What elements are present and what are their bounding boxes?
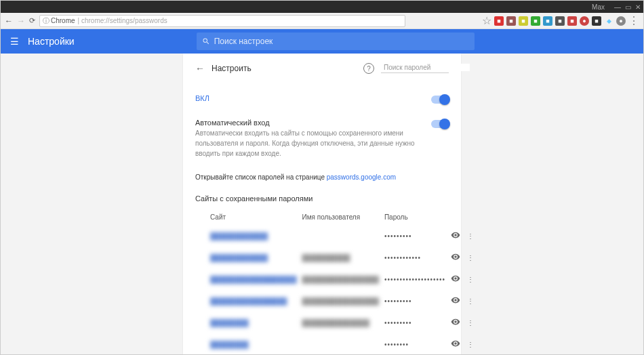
site-cell[interactable]: ████████████ xyxy=(210,254,268,262)
menu-icon[interactable]: ⋮ xyxy=(628,14,639,27)
user-cell: ████████████████ xyxy=(302,297,379,305)
extension-icon[interactable]: ■ xyxy=(555,16,565,26)
more-icon[interactable]: ⋮ xyxy=(467,254,474,262)
password-cell: •••••••• xyxy=(384,341,409,348)
extension-icon[interactable]: ■ xyxy=(506,16,516,26)
window-titlebar: ⚙ Настройки × Max — ▭ ✕ xyxy=(1,1,643,13)
toggle-on-label: ВКЛ xyxy=(195,94,431,102)
search-icon xyxy=(202,37,210,45)
site-cell[interactable]: ████████ xyxy=(210,319,249,327)
password-cell: •••••••••••• xyxy=(384,254,421,262)
site-cell[interactable]: ████████ xyxy=(210,341,249,348)
auto-login-title: Автоматический вход xyxy=(195,119,431,127)
table-row: ██████████████████████████████████••••••… xyxy=(195,268,477,290)
url-path: settings/passwords xyxy=(110,17,167,24)
more-icon[interactable]: ⋮ xyxy=(467,232,474,240)
show-password-icon[interactable] xyxy=(451,274,460,285)
user-cell: ██████████ xyxy=(302,254,350,262)
password-cell: ••••••••• xyxy=(384,232,412,240)
address-bar: ← → ⟳ ⓘ Chrome | chrome://settings/passw… xyxy=(1,13,643,29)
passwords-google-link[interactable]: passwords.google.com xyxy=(327,173,396,181)
password-search[interactable] xyxy=(381,64,449,73)
show-password-icon[interactable] xyxy=(451,317,460,328)
show-password-icon[interactable] xyxy=(451,230,460,241)
auto-login-row: Автоматический вход Автоматически входит… xyxy=(195,114,449,163)
extension-icon[interactable]: ● xyxy=(580,16,589,26)
url-prefix: chrome:// xyxy=(81,17,110,24)
star-icon[interactable]: ☆ xyxy=(482,14,491,27)
settings-search[interactable] xyxy=(197,33,475,50)
user-cell: ████████████████ xyxy=(302,276,379,283)
url-input[interactable]: ⓘ Chrome | chrome://settings/passwords xyxy=(39,15,405,27)
settings-card: ← Настроить ? ВКЛ Автоматический вход Ав… xyxy=(183,54,461,355)
col-site: Сайт xyxy=(195,209,300,225)
extension-icon[interactable]: ■ xyxy=(543,16,552,26)
table-row: ██████████████████████••••••••••••⋮ xyxy=(195,247,477,268)
auto-login-toggle[interactable] xyxy=(431,120,449,128)
help-icon[interactable]: ? xyxy=(363,63,374,74)
show-password-icon[interactable] xyxy=(451,295,460,306)
extension-icon[interactable]: ■ xyxy=(494,16,504,26)
back-icon[interactable]: ← xyxy=(5,16,13,26)
extension-icon[interactable]: ■ xyxy=(567,16,577,26)
password-cell: ••••••••• xyxy=(384,297,412,305)
show-password-icon[interactable] xyxy=(451,339,460,350)
card-title: Настроить xyxy=(212,64,251,73)
table-row: ██████████████████████•••••••••⋮ xyxy=(195,312,477,333)
extension-icon[interactable]: ■ xyxy=(531,16,540,26)
back-arrow-icon[interactable]: ← xyxy=(195,63,205,74)
table-row: ████████••••••••⋮ xyxy=(195,333,477,355)
app-toolbar: ☰ Настройки xyxy=(1,29,643,54)
password-cell: •••••••••••••••••••• xyxy=(384,276,445,283)
site-cell[interactable]: ████████████ xyxy=(210,232,268,240)
show-password-icon[interactable] xyxy=(451,252,460,263)
extension-icon[interactable]: ● xyxy=(616,16,626,26)
user-cell: ██████████████ xyxy=(302,319,369,327)
toggle-on-row: ВКЛ xyxy=(195,90,449,108)
extension-icon[interactable]: ◆ xyxy=(604,16,613,26)
page-body: ← Настроить ? ВКЛ Автоматический вход Ав… xyxy=(1,54,643,355)
page-title: Настройки xyxy=(28,36,75,47)
extension-icon[interactable]: ■ xyxy=(592,16,601,26)
col-user: Имя пользователя xyxy=(300,209,382,225)
hamburger-icon[interactable]: ☰ xyxy=(1,36,28,47)
col-pwd: Пароль xyxy=(382,209,448,225)
password-cell: ••••••••• xyxy=(384,319,412,327)
more-icon[interactable]: ⋮ xyxy=(467,341,474,348)
minimize-icon[interactable]: — xyxy=(614,3,621,11)
passwords-link-text: Открывайте список паролей на странице pa… xyxy=(195,173,449,181)
maximize-icon[interactable]: ▭ xyxy=(625,3,631,11)
extensions-area: ☆ ■ ■ ■ ■ ■ ■ ■ ● ■ ◆ ● ⋮ xyxy=(482,14,639,27)
passwords-table: Сайт Имя пользователя Пароль ███████████… xyxy=(195,209,477,355)
settings-search-input[interactable] xyxy=(214,37,469,46)
more-icon[interactable]: ⋮ xyxy=(467,319,474,327)
passwords-toggle[interactable] xyxy=(431,96,449,104)
table-row: ████████████████████████████████••••••••… xyxy=(195,290,477,312)
site-cell[interactable]: ██████████████████ xyxy=(210,276,297,283)
more-icon[interactable]: ⋮ xyxy=(467,276,474,283)
url-scheme: Chrome xyxy=(51,17,75,24)
info-icon: ⓘ xyxy=(43,16,49,26)
password-search-input[interactable] xyxy=(384,64,470,71)
site-cell[interactable]: ████████████████ xyxy=(210,297,287,305)
table-row: ████████████•••••••••⋮ xyxy=(195,225,477,247)
close-window-icon[interactable]: ✕ xyxy=(635,3,641,11)
more-icon[interactable]: ⋮ xyxy=(467,297,474,305)
auto-login-desc: Автоматически входить на сайты с помощью… xyxy=(195,128,419,159)
extension-icon[interactable]: ■ xyxy=(519,16,528,26)
window-user: Max xyxy=(592,3,605,11)
saved-passwords-title: Сайты с сохраненными паролями xyxy=(195,194,449,203)
forward-icon: → xyxy=(17,16,25,26)
reload-icon[interactable]: ⟳ xyxy=(29,16,35,25)
